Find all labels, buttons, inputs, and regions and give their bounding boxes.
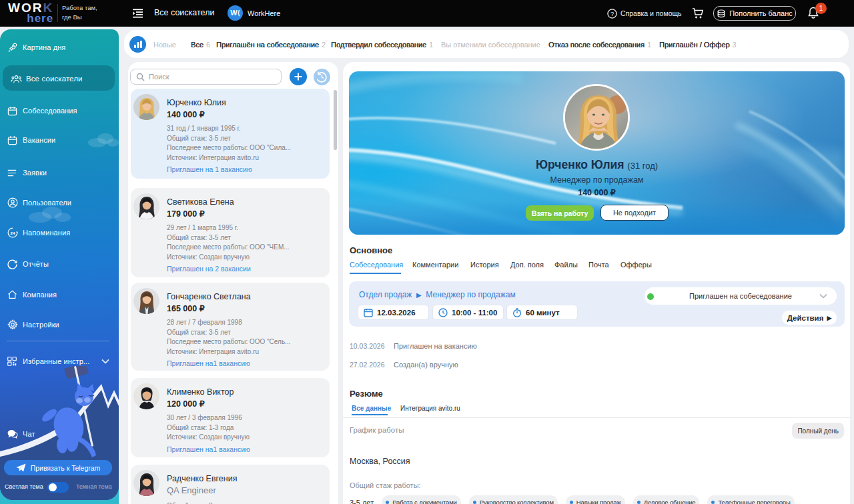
svg-text:?: ? [610, 10, 614, 17]
svg-text:24: 24 [10, 231, 15, 235]
